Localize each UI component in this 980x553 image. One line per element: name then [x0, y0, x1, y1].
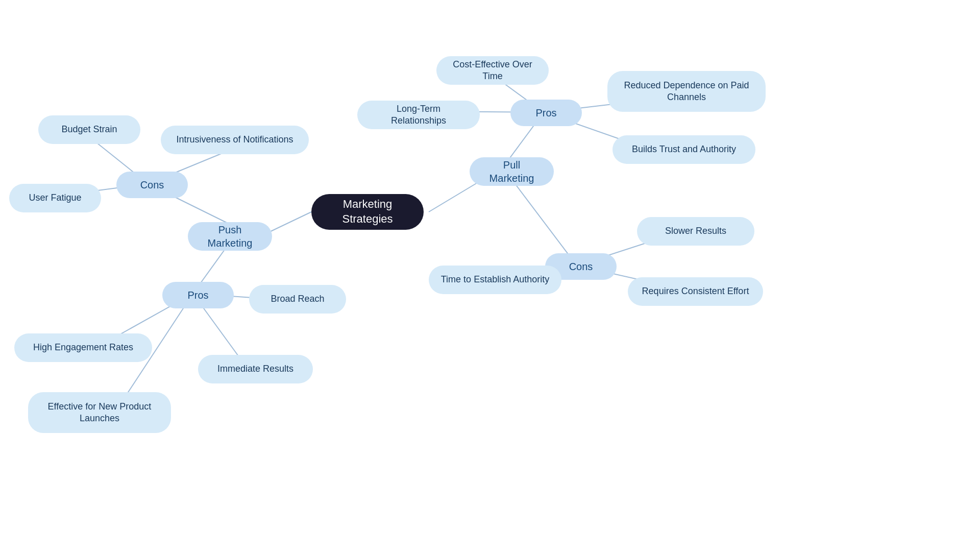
- broad-reach-node: Broad Reach: [249, 285, 346, 314]
- time-establish-label: Time to Establish Authority: [441, 274, 549, 285]
- requires-effort-node: Requires Consistent Effort: [628, 277, 763, 306]
- push-marketing-node: Push Marketing: [188, 222, 272, 251]
- pull-marketing-node: Pull Marketing: [470, 157, 554, 186]
- high-engagement-node: High Engagement Rates: [14, 333, 152, 362]
- pull-cons-label: Cons: [569, 260, 593, 273]
- high-engagement-label: High Engagement Rates: [33, 342, 133, 353]
- immediate-results-label: Immediate Results: [217, 363, 293, 375]
- intrusiveness-node: Intrusiveness of Notifications: [161, 126, 309, 154]
- effective-launches-node: Effective for New Product Launches: [28, 392, 171, 433]
- slower-results-label: Slower Results: [665, 225, 726, 237]
- budget-strain-label: Budget Strain: [61, 124, 117, 135]
- effective-launches-label: Effective for New Product Launches: [39, 401, 160, 425]
- center-node: Marketing Strategies: [311, 194, 424, 230]
- svg-line-1: [265, 212, 311, 234]
- pull-pros-node: Pros: [510, 100, 582, 126]
- pull-pros-label: Pros: [535, 106, 556, 119]
- immediate-results-node: Immediate Results: [198, 355, 313, 383]
- center-label: Marketing Strategies: [332, 197, 403, 226]
- reduced-dependence-node: Reduced Dependence on Paid Channels: [607, 71, 766, 112]
- time-establish-node: Time to Establish Authority: [429, 266, 561, 294]
- push-pros-node: Pros: [162, 282, 234, 308]
- intrusiveness-label: Intrusiveness of Notifications: [176, 134, 293, 146]
- user-fatigue-node: User Fatigue: [9, 184, 101, 212]
- cost-effective-node: Cost-Effective Over Time: [436, 56, 549, 85]
- builds-trust-node: Builds Trust and Authority: [612, 135, 755, 164]
- budget-strain-node: Budget Strain: [38, 115, 140, 144]
- reduced-dependence-label: Reduced Dependence on Paid Channels: [619, 80, 754, 104]
- long-term-node: Long-Term Relationships: [357, 101, 480, 129]
- builds-trust-label: Builds Trust and Authority: [632, 143, 736, 155]
- broad-reach-label: Broad Reach: [271, 293, 324, 305]
- cost-effective-label: Cost-Effective Over Time: [448, 59, 537, 83]
- pull-marketing-label: Pull Marketing: [483, 158, 541, 185]
- long-term-label: Long-Term Relationships: [369, 103, 469, 127]
- push-cons-label: Cons: [140, 178, 164, 191]
- push-pros-label: Pros: [187, 288, 208, 302]
- requires-effort-label: Requires Consistent Effort: [642, 285, 749, 297]
- user-fatigue-label: User Fatigue: [29, 192, 81, 204]
- slower-results-node: Slower Results: [637, 217, 754, 246]
- push-cons-node: Cons: [116, 172, 188, 198]
- push-marketing-label: Push Marketing: [201, 223, 259, 250]
